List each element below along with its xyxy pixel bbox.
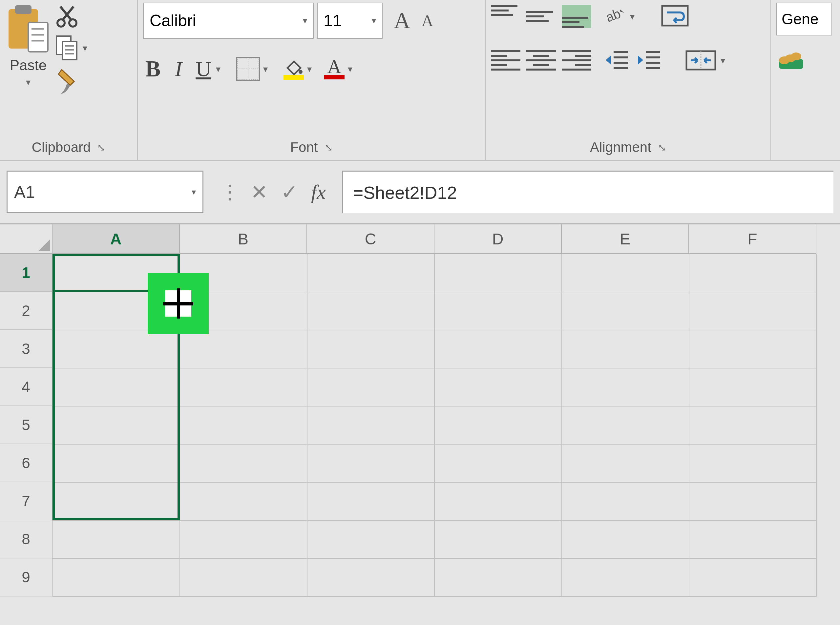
font-name-select[interactable]: Calibri ▾ xyxy=(143,3,314,39)
dialog-launcher-icon[interactable]: ⤡ xyxy=(658,142,666,153)
cancel-icon[interactable]: ✕ xyxy=(251,180,268,204)
chevron-down-icon: ▾ xyxy=(372,16,376,26)
paste-split-button[interactable]: Paste ▾ xyxy=(5,3,51,88)
paint-bucket-icon xyxy=(284,58,303,75)
svg-line-8 xyxy=(62,6,73,20)
row-header-3[interactable]: 3 xyxy=(0,330,53,368)
align-right-button[interactable] xyxy=(562,49,591,72)
row-header-2[interactable]: 2 xyxy=(0,292,53,330)
number-format-select[interactable]: Gene xyxy=(776,3,832,36)
increase-font-size-button[interactable]: A xyxy=(394,8,411,34)
row-header-9[interactable]: 9 xyxy=(0,558,53,597)
group-alignment: ab ▾ xyxy=(485,0,771,160)
copy-icon xyxy=(55,35,79,61)
underline-button[interactable]: U xyxy=(194,56,213,81)
chevron-down-icon[interactable]: ▾ xyxy=(83,43,87,53)
italic-button[interactable]: I xyxy=(169,56,188,81)
number-format-value: Gene xyxy=(782,10,819,28)
wrap-text-button[interactable] xyxy=(660,3,690,30)
group-label-clipboard: Clipboard xyxy=(32,140,91,155)
align-center-button[interactable] xyxy=(526,49,556,72)
column-headers: A B C D E F xyxy=(0,224,840,254)
copy-button[interactable]: ▾ xyxy=(55,35,87,61)
svg-rect-2 xyxy=(28,22,48,52)
svg-text:ab: ab xyxy=(604,6,622,25)
formula-bar-options-icon[interactable]: ⋮ xyxy=(220,180,238,204)
name-box[interactable]: A1 ▾ xyxy=(6,171,204,213)
decrease-indent-button[interactable] xyxy=(604,48,630,73)
column-header-c[interactable]: C xyxy=(307,224,434,254)
row-header-5[interactable]: 5 xyxy=(0,406,53,444)
svg-point-15 xyxy=(299,70,303,74)
ribbon: Paste ▾ xyxy=(0,0,840,161)
increase-indent-icon xyxy=(636,48,662,71)
chevron-down-icon[interactable]: ▾ xyxy=(720,55,725,66)
font-size-select[interactable]: 11 ▾ xyxy=(317,3,383,39)
font-color-button[interactable]: A xyxy=(324,58,345,79)
orientation-icon[interactable]: ab xyxy=(604,5,627,28)
increase-indent-button[interactable] xyxy=(636,48,662,73)
row-header-4[interactable]: 4 xyxy=(0,368,53,406)
dialog-launcher-icon[interactable]: ⤡ xyxy=(325,142,333,153)
chevron-down-icon[interactable]: ▾ xyxy=(630,11,635,22)
align-middle-button[interactable] xyxy=(526,5,556,28)
fill-color-button[interactable] xyxy=(283,58,304,80)
column-header-b[interactable]: B xyxy=(180,224,307,254)
bold-button[interactable]: B xyxy=(143,56,163,82)
paintbrush-icon xyxy=(55,68,81,96)
row-header-1[interactable]: 1 xyxy=(0,254,53,292)
chevron-down-icon: ▾ xyxy=(303,16,307,26)
chevron-down-icon[interactable]: ▾ xyxy=(216,64,221,75)
enter-icon[interactable]: ✓ xyxy=(281,180,298,204)
select-all-corner[interactable] xyxy=(0,224,53,254)
row-headers: 1 2 3 4 5 6 7 8 9 xyxy=(0,254,53,597)
svg-point-31 xyxy=(791,53,801,61)
align-bottom-button[interactable] xyxy=(562,5,591,28)
name-box-value: A1 xyxy=(14,182,35,202)
group-label-font: Font xyxy=(290,140,317,155)
fill-handle-cursor-icon xyxy=(165,290,191,317)
chevron-down-icon[interactable]: ▾ xyxy=(348,64,352,75)
spreadsheet-grid: A B C D E F 1 2 3 4 5 6 7 8 9 xyxy=(0,224,840,597)
chevron-down-icon[interactable]: ▾ xyxy=(307,64,312,75)
formula-value: =Sheet2!D12 xyxy=(353,182,457,203)
decrease-indent-icon xyxy=(604,48,630,71)
borders-button[interactable] xyxy=(236,57,260,81)
wrap-text-icon xyxy=(660,3,690,29)
font-name-value: Calibri xyxy=(149,11,196,30)
group-label-alignment: Alignment xyxy=(590,140,651,155)
row-header-8[interactable]: 8 xyxy=(0,520,53,558)
chevron-down-icon: ▾ xyxy=(191,187,196,197)
format-painter-button[interactable] xyxy=(55,68,87,96)
fill-handle-callout xyxy=(148,273,209,334)
column-header-e[interactable]: E xyxy=(562,224,689,254)
paste-icon xyxy=(5,3,51,55)
svg-rect-1 xyxy=(15,5,31,14)
merge-center-icon[interactable] xyxy=(684,48,717,73)
column-header-a[interactable]: A xyxy=(53,224,180,254)
font-size-value: 11 xyxy=(324,11,342,30)
align-top-button[interactable] xyxy=(491,5,520,28)
group-number: Gene xyxy=(771,0,837,160)
row-header-7[interactable]: 7 xyxy=(0,482,53,520)
column-header-f[interactable]: F xyxy=(689,224,817,254)
formula-input[interactable]: =Sheet2!D12 xyxy=(342,171,834,213)
column-header-d[interactable]: D xyxy=(434,224,562,254)
decrease-font-size-button[interactable]: A xyxy=(422,11,434,30)
accounting-format-button[interactable] xyxy=(776,48,806,73)
font-color-letter: A xyxy=(327,58,341,75)
group-font: Calibri ▾ 11 ▾ A A B I U ▾ ▾ xyxy=(138,0,485,160)
chevron-down-icon[interactable]: ▾ xyxy=(26,77,31,88)
align-left-button[interactable] xyxy=(491,49,520,72)
row-header-6[interactable]: 6 xyxy=(0,444,53,482)
scissors-icon xyxy=(55,5,79,28)
cut-button[interactable] xyxy=(55,5,87,28)
paste-label: Paste xyxy=(10,57,47,73)
insert-function-button[interactable]: fx xyxy=(311,180,326,204)
cell-area[interactable] xyxy=(53,254,840,597)
dialog-launcher-icon[interactable]: ⤡ xyxy=(97,142,105,153)
chevron-down-icon[interactable]: ▾ xyxy=(263,64,268,75)
accounting-icon xyxy=(776,48,806,72)
svg-line-9 xyxy=(61,6,72,20)
group-clipboard: Paste ▾ xyxy=(0,0,138,160)
